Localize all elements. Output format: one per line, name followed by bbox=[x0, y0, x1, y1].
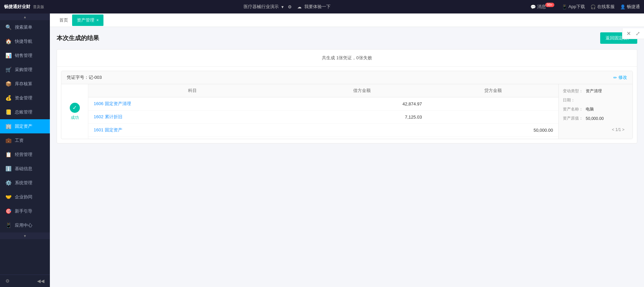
sidebar-item-sales[interactable]: 📊 销售管理 bbox=[0, 49, 50, 63]
pagination[interactable]: < 1/1 > bbox=[563, 125, 628, 135]
app-download-item[interactable]: 📱 App下载 bbox=[562, 4, 585, 10]
notification-item[interactable]: 💬 消息 99+ bbox=[530, 4, 556, 10]
subject-1601[interactable]: 1606 固定资产清理 bbox=[88, 97, 296, 110]
phone-icon: 📱 bbox=[562, 4, 567, 9]
sidebar-item-quick-nav[interactable]: 🏠 快捷导航 bbox=[0, 34, 50, 49]
asset-name-label: 资产名称： bbox=[563, 106, 583, 112]
edit-button[interactable]: ✏ 修改 bbox=[613, 74, 627, 81]
sidebar-item-search[interactable]: 🔍 搜索菜单 bbox=[0, 20, 50, 34]
success-icon: ✓ bbox=[70, 103, 80, 113]
sidebar-label-sales: 销售管理 bbox=[15, 53, 32, 59]
debit-1602: 7,125.03 bbox=[296, 110, 427, 124]
sidebar-item-basic-info[interactable]: ℹ️ 基础信息 bbox=[0, 162, 50, 176]
change-type-row: 变动类型： 资产清理 bbox=[563, 88, 628, 94]
sidebar-item-payroll[interactable]: 💼 工资 bbox=[0, 133, 50, 148]
company-name: 医疗器械行业演示 bbox=[244, 4, 279, 10]
ledger-icon: 📒 bbox=[5, 109, 11, 115]
tab-asset-management[interactable]: 资产管理 × bbox=[72, 14, 103, 26]
sidebar-item-system[interactable]: ⚙️ 系统管理 bbox=[0, 176, 50, 190]
sidebar-item-fixed-assets[interactable]: 🏢 固定资产 bbox=[0, 119, 50, 133]
floating-controls: ✕ ⤢ bbox=[622, 28, 644, 39]
page-header: 本次生成的结果 返回固定资产 bbox=[57, 32, 637, 44]
close-panel-button[interactable]: ✕ bbox=[625, 30, 632, 37]
app-center-icon: 📱 bbox=[5, 222, 11, 228]
sidebar-scroll-up[interactable]: ▲ bbox=[0, 13, 50, 20]
table-row: 1602 累计折旧 7,125.03 bbox=[88, 110, 558, 124]
sidebar-item-guide[interactable]: 🎯 新手引导 bbox=[0, 204, 50, 218]
payroll-icon: 💼 bbox=[5, 137, 11, 144]
online-service-item[interactable]: 🎧 在线客服 bbox=[590, 4, 615, 10]
voucher-body: ✓ 成功 科目 借方金额 贷方 bbox=[61, 84, 633, 139]
sidebar-item-finance[interactable]: 💰 资金管理 bbox=[0, 91, 50, 105]
finance-icon: 💰 bbox=[5, 95, 11, 101]
sales-icon: 📊 bbox=[5, 53, 11, 59]
online-service-label: 在线客服 bbox=[597, 4, 615, 10]
dropdown-icon: ▾ bbox=[281, 4, 284, 9]
asset-value-label: 资产原值： bbox=[563, 116, 583, 121]
sidebar-label-inventory: 库存核算 bbox=[15, 81, 32, 87]
change-type-value: 资产清理 bbox=[586, 88, 602, 94]
content-area: 首页 资产管理 × 本次生成的结果 返回固定资产 共生成 1张凭证，0张失败 bbox=[50, 13, 644, 287]
subject-1606[interactable]: 1601 固定资产 bbox=[88, 124, 296, 137]
sidebar-label-cooperation: 企业协同 bbox=[15, 194, 32, 200]
success-label: 成功 bbox=[71, 115, 79, 121]
tab-bar: 首页 资产管理 × bbox=[50, 13, 644, 27]
sidebar-scroll-down[interactable]: ▼ bbox=[0, 232, 50, 239]
date-row: 日期： bbox=[563, 97, 628, 103]
notification-icon: 💬 bbox=[530, 4, 536, 9]
sidebar-item-cooperation[interactable]: 🤝 企业协同 bbox=[0, 190, 50, 204]
table-column: 科目 借方金额 贷方金额 1606 固定资产清理 42,874. bbox=[88, 84, 558, 139]
edit-icon: ✏ bbox=[613, 75, 617, 80]
home-icon: 🏠 bbox=[5, 38, 11, 44]
sidebar-item-app-center[interactable]: 📱 应用中心 bbox=[0, 218, 50, 232]
sidebar-label-system: 系统管理 bbox=[15, 180, 32, 186]
table-row: 1601 固定资产 50,000.00 bbox=[88, 124, 558, 137]
top-header: 畅捷通好业财 普及版 医疗器械行业演示 ▾ ⚙ ☁ 我要体验一下 💬 消息 99… bbox=[0, 0, 644, 13]
tab-home[interactable]: 首页 bbox=[55, 14, 72, 26]
sidebar-item-purchase[interactable]: 🛒 采购管理 bbox=[0, 63, 50, 77]
voucher-id: 凭证字号：记-003 bbox=[67, 74, 102, 81]
change-type-label: 变动类型： bbox=[563, 88, 583, 94]
sidebar-item-operations[interactable]: 📋 经营管理 bbox=[0, 148, 50, 162]
logo-section: 畅捷通好业财 普及版 bbox=[4, 4, 44, 10]
settings-icon[interactable]: ⚙ bbox=[288, 4, 292, 9]
sidebar-label-payroll: 工资 bbox=[15, 137, 24, 144]
sidebar-label-search: 搜索菜单 bbox=[15, 24, 32, 30]
purchase-icon: 🛒 bbox=[5, 67, 11, 73]
sidebar-settings-icon[interactable]: ⚙ bbox=[5, 278, 10, 284]
edit-label: 修改 bbox=[618, 74, 627, 81]
tab-close-button[interactable]: × bbox=[96, 18, 99, 23]
inventory-icon: 📦 bbox=[5, 81, 11, 87]
subject-1602[interactable]: 1602 累计折旧 bbox=[88, 110, 296, 124]
sidebar-item-inventory[interactable]: 📦 库存核算 bbox=[0, 77, 50, 91]
col-credit: 贷方金额 bbox=[427, 84, 558, 97]
search-icon: 🔍 bbox=[5, 24, 11, 30]
operations-icon: 📋 bbox=[5, 152, 11, 158]
sidebar-collapse-icon[interactable]: ◀◀ bbox=[37, 278, 44, 284]
user-item[interactable]: 👤 畅捷通 bbox=[620, 4, 640, 10]
version-badge: 普及版 bbox=[33, 4, 44, 9]
experience-label[interactable]: 我要体验一下 bbox=[304, 4, 331, 10]
info-panel: 变动类型： 资产清理 日期： 资产名称： 电脑 bbox=[558, 84, 633, 139]
voucher-table: 科目 借方金额 贷方金额 1606 固定资产清理 42,874. bbox=[88, 84, 558, 137]
sidebar-label-app-center: 应用中心 bbox=[15, 222, 32, 228]
success-column: ✓ 成功 bbox=[61, 84, 88, 139]
sidebar: ▲ 🔍 搜索菜单 🏠 快捷导航 📊 销售管理 🛒 采购管理 📦 库存核算 💰 资… bbox=[0, 13, 50, 287]
sidebar-item-ledger[interactable]: 📒 总账管理 bbox=[0, 105, 50, 119]
guide-icon: 🎯 bbox=[5, 208, 11, 214]
sidebar-bottom: ⚙ ◀◀ bbox=[0, 275, 50, 287]
voucher-header: 凭证字号：记-003 ✏ 修改 bbox=[61, 71, 633, 84]
asset-value-row: 资产原值： 50,000.00 bbox=[563, 116, 628, 121]
asset-name-row: 资产名称： 电脑 bbox=[563, 106, 628, 112]
basic-info-icon: ℹ️ bbox=[5, 166, 11, 172]
company-selector[interactable]: 医疗器械行业演示 ▾ ⚙ ☁ 我要体验一下 bbox=[244, 4, 331, 10]
cloud-icon: ☁ bbox=[297, 4, 302, 9]
expand-panel-button[interactable]: ⤢ bbox=[634, 30, 641, 37]
content-wrapper: ✕ ⤢ 首页 资产管理 × 本次生成的结果 返回固定资产 共生成 1张凭证，0张… bbox=[50, 13, 644, 287]
headset-icon: 🎧 bbox=[590, 4, 596, 9]
page-content: 本次生成的结果 返回固定资产 共生成 1张凭证，0张失败 凭证字号：记-003 … bbox=[50, 27, 644, 287]
sidebar-label-quick-nav: 快捷导航 bbox=[15, 38, 32, 44]
cooperation-icon: 🤝 bbox=[5, 194, 11, 200]
sidebar-label-finance: 资金管理 bbox=[15, 95, 32, 101]
header-right: 💬 消息 99+ 📱 App下载 🎧 在线客服 👤 畅捷通 bbox=[530, 4, 640, 10]
